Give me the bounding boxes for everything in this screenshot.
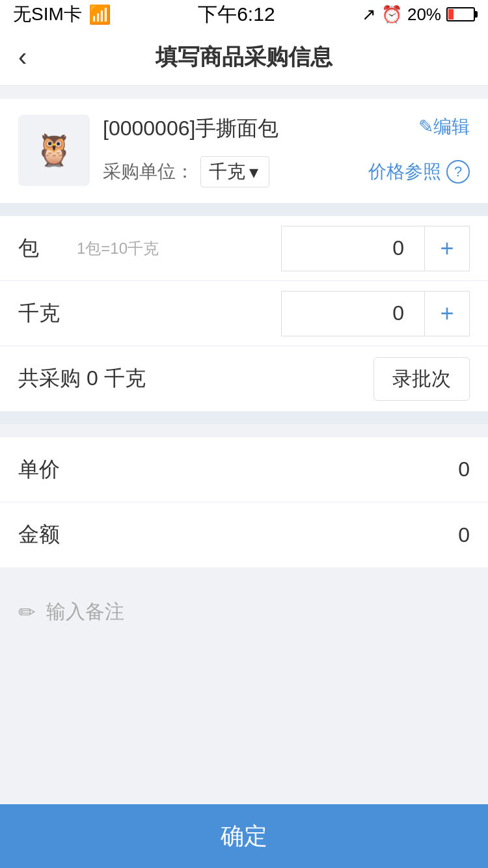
carrier-text: 无SIM卡 (13, 2, 82, 27)
unit-price-value: 0 (458, 457, 470, 481)
separator-1 (0, 203, 488, 216)
kg-input[interactable] (281, 291, 424, 336)
bao-sublabel: 1包=10千克 (77, 238, 159, 259)
kg-label: 千克 (18, 299, 70, 328)
confirm-button[interactable]: 确定 (0, 804, 488, 868)
question-icon: ? (446, 160, 470, 183)
remark-section[interactable]: ✏ 输入备注 (0, 580, 488, 644)
status-bar: 无SIM卡 📶 下午6:12 ↗ ⏰ 20% (0, 0, 488, 29)
kg-plus-button[interactable]: + (424, 291, 470, 336)
unit-select[interactable]: 千克 ▾ (200, 156, 269, 187)
unit-label: 采购单位： 千克 ▾ (103, 156, 269, 187)
bao-row: 包 1包=10千克 + (0, 216, 488, 281)
summary-text: 共采购 0 千克 (18, 364, 146, 393)
unit-price-label: 单价 (18, 455, 60, 484)
summary-row: 共采购 0 千克 录批次 (0, 346, 488, 411)
bao-label: 包 (18, 234, 70, 263)
remark-placeholder: 输入备注 (46, 599, 124, 625)
nav-bar: ‹ 填写商品采购信息 (0, 29, 488, 86)
bao-input-group: + (281, 226, 470, 271)
price-section: 单价 0 金额 0 (0, 437, 488, 567)
battery-percent: 20% (407, 5, 441, 25)
status-left: 无SIM卡 📶 (13, 2, 111, 27)
price-reference-button[interactable]: 价格参照 ? (368, 159, 470, 184)
page-title: 填写商品采购信息 (156, 42, 332, 72)
amount-row: 金额 0 (0, 502, 488, 567)
product-image: 🦉 (18, 115, 90, 186)
pencil-icon: ✏ (18, 600, 36, 625)
status-right: ↗ ⏰ 20% (362, 5, 475, 25)
product-header: [0000006]手撕面包 ✎编辑 (103, 115, 470, 143)
amount-label: 金额 (18, 521, 60, 549)
edit-button[interactable]: ✎编辑 (418, 115, 470, 139)
wifi-icon: 📶 (88, 4, 111, 25)
bao-plus-button[interactable]: + (424, 226, 470, 271)
back-button[interactable]: ‹ (18, 42, 27, 72)
battery-fill (448, 9, 454, 20)
batch-button[interactable]: 录批次 (373, 357, 470, 401)
kg-row: 千克 + (0, 281, 488, 346)
battery-icon (446, 7, 475, 21)
product-info: [0000006]手撕面包 ✎编辑 采购单位： 千克 ▾ 价格参照 ? (103, 115, 470, 187)
bao-input[interactable] (281, 226, 424, 271)
form-section: 包 1包=10千克 + 千克 + 共采购 0 千克 录批次 (0, 216, 488, 411)
product-card: 🦉 [0000006]手撕面包 ✎编辑 采购单位： 千克 ▾ 价格参照 ? (0, 99, 488, 203)
product-name: [0000006]手撕面包 (103, 115, 278, 143)
alarm-icon: ⏰ (381, 5, 402, 25)
dropdown-arrow-icon: ▾ (249, 161, 258, 183)
unit-price-row: 单价 0 (0, 437, 488, 502)
separator-2 (0, 411, 488, 424)
amount-value: 0 (458, 523, 470, 547)
product-footer: 采购单位： 千克 ▾ 价格参照 ? (103, 156, 470, 187)
location-icon: ↗ (362, 5, 376, 25)
kg-input-group: + (281, 291, 470, 336)
status-time: 下午6:12 (198, 1, 275, 28)
